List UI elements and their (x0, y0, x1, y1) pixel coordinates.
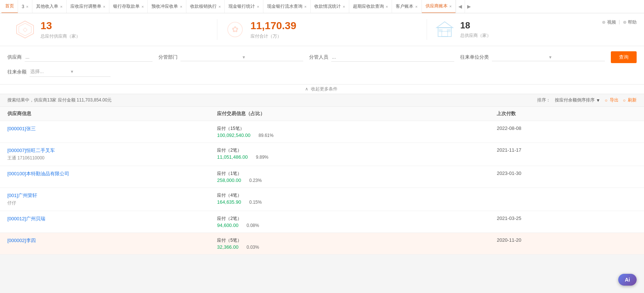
close-tab-prepay-offset[interactable]: × (180, 4, 182, 9)
shop-icon (434, 19, 455, 40)
nav-tab-collection-exec[interactable]: 收款核销执行 × (186, 0, 225, 13)
trade-amount-0: 100,092,540.00 (217, 132, 250, 138)
nav-tab-collection-stat[interactable]: 收款情况统计 × (311, 0, 349, 13)
help-link[interactable]: ⊙ 帮助 (623, 19, 637, 25)
supplier-link-0[interactable]: [000001]张三 (7, 126, 36, 131)
collapse-arrow: ∧ (305, 86, 308, 92)
table-container: [000001]张三 应付（15笔） 100,092,540.00 89.61%… (0, 121, 644, 255)
nav-tab-ar-ap-adjust[interactable]: 应收应付调整单 × (67, 0, 109, 13)
close-tab-ar-ap-adjust[interactable]: × (103, 4, 105, 9)
payable-total-label: 应付合计（万） (251, 33, 297, 39)
export-label: 导出 (610, 97, 619, 103)
close-tab-cash-bank-flow[interactable]: × (304, 4, 307, 9)
sort-arrow: ▼ (596, 98, 601, 103)
nav-tab-customer-ledger[interactable]: 客户账本 × (392, 0, 421, 13)
video-link[interactable]: ⊙ 视频 (602, 19, 616, 25)
close-tab-cash-bank-stat[interactable]: × (257, 4, 259, 9)
summary-card-payable-total: ✿ 11,170.39 应付合计（万） (217, 19, 427, 40)
nav-tab-cash-bank-flow[interactable]: 现金银行流水查询 × (263, 0, 311, 13)
export-button[interactable]: ○ 导出 (605, 97, 619, 103)
collapse-bar[interactable]: ∧ 收起更多条件 (0, 85, 644, 94)
balance-select[interactable]: 选择... ▼ (29, 67, 111, 77)
supplier-link-3[interactable]: [001]广州荣轩 (7, 193, 37, 198)
sort-area: 排序： 按应付余额倒序排序 ▼ ○ 导出 ○ 刷新 (537, 97, 637, 103)
payable-suppliers-label: 总应付供应商（家） (41, 33, 80, 39)
supplier-link-1[interactable]: [000007]恒旺二手叉车 (7, 148, 55, 153)
nav-tab-supplier-ledger[interactable]: 供应商账本 × (422, 0, 456, 13)
supplier-input[interactable] (25, 53, 153, 62)
trade-cell-5: 应付（5笔） 32,366.00 0.03% (217, 237, 497, 250)
table-row: [000007]恒旺二手叉车 王通 17106110000 应付（2笔） 11,… (0, 143, 644, 166)
balance-value: 选择... (30, 68, 70, 75)
trade-label-0: 应付（15笔） (217, 125, 244, 132)
close-tab-collection-stat[interactable]: × (343, 4, 345, 9)
svg-rect-8 (439, 29, 442, 32)
trade-pct-2: 0.23% (249, 178, 262, 183)
summary-content-total: 11,170.39 应付合计（万） (251, 20, 297, 40)
close-tab-supplier-ledger[interactable]: × (449, 4, 452, 8)
close-tab-other-income[interactable]: × (60, 4, 62, 9)
nav-next-arrow[interactable]: ▶ (465, 0, 473, 13)
trade-cell-1: 应付（2笔） 11,051,486.00 9.89% (217, 147, 497, 160)
supplier-cell-4: [000012]广州贝瑞 (7, 216, 217, 223)
person-label: 分管人员 (309, 54, 328, 61)
balance-label: 往来余额 (7, 69, 27, 75)
svg-text:✿: ✿ (232, 25, 238, 34)
nav-tab-cash-bank-stat[interactable]: 现金银行统计 × (225, 0, 263, 13)
last-pay-cell-4: 2021-03-25 (497, 216, 637, 221)
supplier-link-5[interactable]: [000002]李四 (7, 238, 36, 243)
close-tab-3[interactable]: × (26, 4, 28, 9)
trade-cell-0: 应付（15笔） 100,092,540.00 89.61% (217, 125, 497, 138)
trade-label-2: 应付（1笔） (217, 170, 242, 177)
svg-text:◇: ◇ (23, 26, 28, 32)
trade-cell-4: 应付（2笔） 94,600.00 0.08% (217, 216, 497, 228)
last-pay-cell-2: 2023-01-30 (497, 170, 637, 176)
balance-arrow: ▼ (70, 69, 110, 74)
trade-amount-1: 11,051,486.00 (217, 154, 248, 160)
department-select[interactable]: ▼ (181, 54, 304, 61)
supplier-cell-0: [000001]张三 (7, 125, 217, 133)
close-tab-bank-deposit[interactable]: × (141, 4, 144, 9)
sort-select[interactable]: 按应付余额倒序排序 ▼ (555, 97, 601, 103)
nav-tab-prepay-offset[interactable]: 预收冲应收单 × (148, 0, 186, 13)
col-header-last-pay: 上次付数 (497, 110, 637, 117)
nav-tab-other-income[interactable]: 其他收入单 × (32, 0, 66, 13)
svg-marker-6 (437, 22, 453, 28)
trade-label-5: 应付（5笔） (217, 237, 242, 244)
nav-tab-3[interactable]: 3 × (18, 0, 32, 13)
trade-amount-4: 94,600.00 (217, 223, 238, 228)
supplier-link-2[interactable]: [000100]本特勤油品有限公司 (7, 171, 69, 176)
trade-amount-3: 164,635.90 (217, 199, 241, 205)
table-row: [000100]本特勤油品有限公司 应付（1笔） 258,000.00 0.23… (0, 166, 644, 188)
close-tab-collection-exec[interactable]: × (218, 4, 221, 9)
supplier-cell-1: [000007]恒旺二手叉车 王通 17106110000 (7, 147, 217, 161)
supplier-link-4[interactable]: [000012]广州贝瑞 (7, 216, 45, 221)
supplier-cell-3: [001]广州荣轩 仔仔 (7, 192, 217, 206)
nav-tab-bank-deposit[interactable]: 银行存取款单 × (109, 0, 148, 13)
query-button[interactable]: 查询 (611, 51, 637, 63)
diamond-icon: ◇ (15, 19, 35, 40)
person-input[interactable] (331, 53, 454, 62)
nav-tab-overdue-ar[interactable]: 超期应收款查询 × (349, 0, 392, 13)
supplier-cell-5: [000002]李四 (7, 237, 217, 245)
refresh-button[interactable]: ○ 刷新 (623, 97, 637, 103)
sort-option: 按应付余额倒序排序 (555, 97, 595, 103)
supplier-sub-3: 仔仔 (7, 200, 217, 206)
payable-total-num: 11,170.39 (251, 20, 297, 32)
trade-pct-5: 0.03% (246, 245, 259, 250)
nav-prev-arrow[interactable]: ◀ (456, 0, 465, 13)
balance-filter: 往来余额 选择... ▼ (7, 67, 111, 77)
sort-label: 排序： (537, 97, 550, 103)
close-tab-overdue-ar[interactable]: × (386, 4, 388, 9)
trade-pct-0: 89.61% (259, 133, 274, 138)
trade-label-1: 应付（2笔） (217, 147, 242, 154)
unit-type-select[interactable]: ▼ (492, 54, 605, 61)
unit-type-label: 往来单位分类 (460, 54, 489, 61)
trade-pct-4: 0.08% (246, 223, 259, 228)
filter-row-2: 往来余额 选择... ▼ (7, 67, 637, 77)
unit-type-arrow: ▼ (548, 55, 604, 59)
supplier-filter: 供应商 (7, 53, 153, 62)
nav-tab-home[interactable]: 首页 (1, 0, 18, 13)
total-suppliers-label: 总供应商（家） (460, 32, 491, 39)
close-tab-customer-ledger[interactable]: × (415, 4, 417, 9)
